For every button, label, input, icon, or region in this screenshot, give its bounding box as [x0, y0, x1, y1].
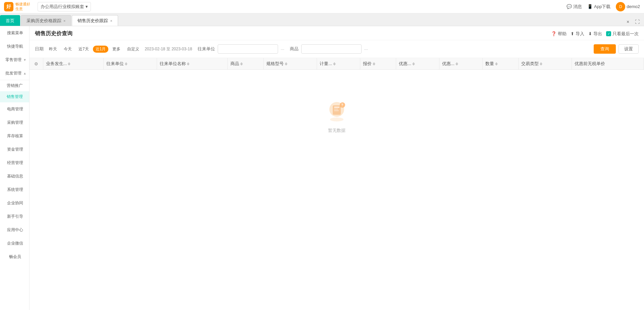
sort-icon-trade-type	[540, 62, 542, 65]
table-col-partner-code[interactable]: 往来单位	[104, 58, 157, 70]
export-action[interactable]: ⬇ 导出	[588, 31, 602, 37]
sidebar-item-wechat[interactable]: 企业微信	[0, 237, 29, 250]
sidebar-item-inventory[interactable]: 库存核算	[0, 129, 29, 143]
sidebar-item-marketing-label: 营销推广	[7, 83, 23, 89]
sidebar-item-purchase[interactable]: 采购管理	[0, 116, 29, 129]
sidebar-item-shortcuts-label: 快捷导航	[7, 44, 23, 49]
sidebar-item-guide-label: 新手引导	[7, 214, 23, 219]
product-dots[interactable]: ···	[364, 47, 368, 52]
user-action[interactable]: D demo2	[616, 2, 640, 11]
setting-button[interactable]: 设置	[619, 44, 639, 54]
product-filter-input[interactable]	[301, 44, 362, 54]
sort-down-icon	[455, 64, 458, 65]
tab-home[interactable]: 首页	[0, 15, 20, 26]
date-tab-custom[interactable]: 自定义	[124, 46, 142, 53]
sidebar-item-operation-label: 经营管理	[7, 160, 23, 166]
page-title: 销售历史价查询	[35, 30, 72, 37]
table-col-unit[interactable]: 计量...	[317, 58, 360, 70]
sort-up-icon	[333, 62, 336, 64]
table-col-price[interactable]: 报价	[360, 58, 396, 70]
sort-down-icon	[285, 64, 287, 65]
app-download-action[interactable]: 📱 App下载	[587, 4, 610, 10]
sort-up-icon	[285, 62, 287, 64]
window-expand-btn[interactable]: ⛶	[633, 18, 641, 26]
sidebar-item-sales-mgmt[interactable]: 销售管理	[0, 91, 29, 102]
main-layout: 搜索菜单 快捷导航 零售管理 ▼ 批发管理 ▲ 营销推广 销售管理 电商管理 采…	[0, 26, 644, 310]
filter-bar: 日期 昨天 今天 近7天 近1月 更多 自定义 2023-02-18 至 202…	[30, 40, 644, 58]
sort-up-icon	[412, 62, 415, 64]
partner-dots[interactable]: ···	[281, 47, 284, 52]
message-action[interactable]: 💬 消息	[567, 4, 582, 10]
sidebar-item-marketing[interactable]: 营销推广	[0, 80, 29, 91]
table-col-partner-name[interactable]: 往来单位名称	[157, 58, 228, 70]
tab-purchase-close[interactable]: ×	[63, 19, 65, 23]
date-tab-yesterday[interactable]: 昨天	[46, 46, 60, 53]
table-col-settings[interactable]: ⚙	[30, 58, 43, 70]
partner-filter-input[interactable]	[218, 44, 278, 54]
table-col-discount2[interactable]: 优惠...	[439, 58, 483, 70]
sidebar-item-search[interactable]: 搜索菜单	[0, 26, 29, 40]
table-col-quantity[interactable]: 数量	[482, 58, 518, 70]
sort-icon-biz-date	[68, 62, 70, 65]
window-close-btn[interactable]: ×	[624, 18, 632, 26]
svg-rect-5	[334, 110, 339, 111]
help-action[interactable]: ❓ 帮助	[551, 31, 567, 37]
app-selector[interactable]: 办公用品行业模拟账套 ▾	[38, 2, 91, 11]
sidebar-item-app-center-label: 应用中心	[7, 227, 23, 233]
sidebar-item-finance-label: 资金管理	[7, 147, 23, 152]
date-tab-more[interactable]: 更多	[110, 46, 123, 53]
date-tab-1month[interactable]: 近1月	[93, 46, 109, 53]
sidebar-item-sales-mgmt-label: 销售管理	[7, 94, 23, 100]
table-col-product[interactable]: 商品	[227, 58, 263, 70]
tab-sales-close[interactable]: ×	[110, 19, 112, 23]
logo-icon: 好	[4, 2, 13, 11]
sidebar-item-purchase-label: 采购管理	[7, 120, 23, 125]
sidebar-item-system-label: 系统管理	[7, 187, 23, 193]
sidebar-item-finance[interactable]: 资金管理	[0, 143, 29, 156]
table-col-trade-type[interactable]: 交易类型	[519, 58, 572, 70]
sidebar-item-basic[interactable]: 基础信息	[0, 169, 29, 183]
sort-down-icon	[373, 64, 375, 65]
table-col-no-tax-price[interactable]: 优惠前无税单价	[572, 58, 644, 70]
sidebar-item-shortcuts[interactable]: 快捷导航	[0, 40, 29, 53]
import-label: 导入	[576, 31, 584, 37]
table-container: ⚙ 业务发生...	[30, 58, 644, 310]
sort-down-icon	[125, 64, 127, 65]
date-tab-today[interactable]: 今天	[61, 46, 74, 53]
page-header: 销售历史价查询 ❓ 帮助 ⬆ 导入 ⬇ 导出 ✓	[30, 26, 644, 40]
sidebar-item-wholesale[interactable]: 批发管理 ▲	[0, 66, 29, 80]
tab-actions: × ⛶	[624, 18, 644, 26]
logo-text: 畅捷通好生意	[15, 2, 32, 11]
sort-up-icon	[125, 62, 127, 64]
import-action[interactable]: ⬆ 导入	[571, 31, 584, 37]
product-filter-label: 商品	[290, 46, 299, 52]
sidebar-item-basic-label: 基础信息	[7, 173, 23, 179]
message-label: 消息	[573, 4, 582, 10]
sidebar-item-member[interactable]: 畅会员	[0, 250, 29, 263]
sidebar-item-enterprise[interactable]: 企业协同	[0, 196, 29, 210]
sidebar-item-retail[interactable]: 零售管理 ▼	[0, 53, 29, 66]
query-button[interactable]: 查询	[594, 44, 616, 54]
chevron-up-icon: ▲	[23, 71, 26, 75]
table-col-discount1[interactable]: 优惠...	[396, 58, 439, 70]
table-col-biz-date[interactable]: 业务发生...	[43, 58, 104, 70]
table-col-partner-code-label: 往来单位	[106, 61, 124, 67]
date-tab-last7[interactable]: 近7天	[76, 46, 92, 53]
svg-text:?: ?	[341, 103, 343, 107]
sidebar-item-ecommerce[interactable]: 电商管理	[0, 102, 29, 116]
sidebar-item-guide[interactable]: 新手引导	[0, 210, 29, 223]
tab-purchase[interactable]: 采购历史价格跟踪 ×	[21, 15, 71, 26]
sidebar-item-system[interactable]: 系统管理	[0, 183, 29, 196]
sidebar-item-app-center[interactable]: 应用中心	[0, 223, 29, 237]
tab-sales[interactable]: 销售历史价跟踪 ×	[72, 15, 118, 26]
table-col-spec[interactable]: 规格型号	[264, 58, 317, 70]
tab-bar: 首页 采购历史价格跟踪 × 销售历史价跟踪 × × ⛶	[0, 13, 644, 26]
table-col-partner-name-label: 往来单位名称	[160, 61, 186, 67]
only-last-action[interactable]: ✓ 只看最后一次	[606, 31, 639, 37]
table-col-spec-label: 规格型号	[266, 61, 284, 67]
tab-purchase-label: 采购历史价格跟踪	[26, 18, 61, 24]
app-download-label: App下载	[594, 4, 610, 10]
page-container: 销售历史价查询 ❓ 帮助 ⬆ 导入 ⬇ 导出 ✓	[30, 26, 644, 310]
sidebar-item-operation[interactable]: 经营管理	[0, 156, 29, 169]
table-col-trade-type-label: 交易类型	[521, 61, 539, 67]
